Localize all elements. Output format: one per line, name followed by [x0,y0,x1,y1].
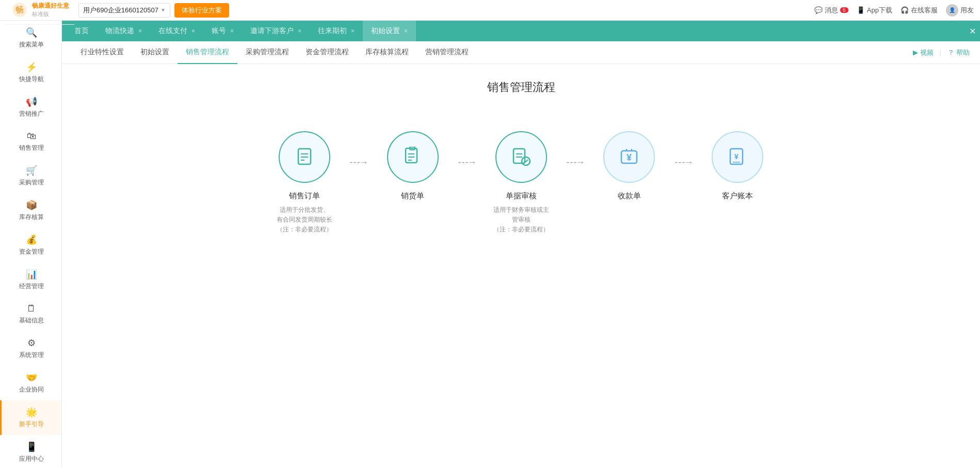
flow-item-销售订单[interactable]: 销售订单 适用于分批发货、有合同发货周期较长（注：非必要流程） [263,131,346,235]
sidebar-item-基础信息[interactable]: 🗒 基础信息 [0,297,61,331]
sidebar-icon-7: 📊 [26,269,37,280]
dropdown-arrow-icon: ▼ [160,7,166,13]
sub-tab-采购管理流程[interactable]: 采购管理流程 [237,41,297,64]
video-label: 视频 [920,48,934,57]
download-icon: 📱 [857,6,865,14]
app-download-label: App下载 [867,6,892,15]
sub-tabs: 行业特性设置初始设置销售管理流程采购管理流程资金管理流程库存核算流程营销管理流程… [62,41,980,64]
sidebar-icon-4: 🛒 [26,165,37,176]
sub-tab-资金管理流程[interactable]: 资金管理流程 [297,41,357,64]
flow-item-收款单[interactable]: ¥ 收款单 [588,131,670,205]
trial-button[interactable]: 体验行业方案 [174,3,229,18]
sidebar-label-2: 营销推广 [19,110,44,118]
sidebar-icon-6: 💰 [26,234,37,245]
sidebar-label-7: 经营管理 [19,282,44,291]
sidebar-item-搜索菜单[interactable]: 🔍 搜索菜单 [0,21,61,55]
sidebar-label-10: 企业协同 [19,385,44,394]
help-item[interactable]: ？ 帮助 [947,48,970,57]
video-icon: ▶ [913,49,918,56]
sidebar-icon-11: 🌟 [26,407,37,418]
nav-tab-label-3: 账号 [212,26,226,36]
flow-label-2: 单据审核 [506,191,537,201]
online-service-label: 在线客服 [911,6,938,15]
sub-tab-行业特性设置[interactable]: 行业特性设置 [72,41,132,64]
svg-text:¥: ¥ [626,152,632,163]
flow-arrow-3: - - -→ [563,157,588,168]
flow-item-客户账本[interactable]: ¥ 客户账本 [696,131,779,205]
sidebar-item-系统管理[interactable]: ⚙ 系统管理 [0,331,61,366]
sub-tab-库存核算流程[interactable]: 库存核算流程 [357,41,417,64]
sidebar-icon-10: 🤝 [26,372,37,383]
sidebar-label-12: 应用中心 [19,455,44,463]
layout: 🔍 搜索菜单 ⚡ 快捷导航 📢 营销推广 🛍 销售管理 🛒 采购管理 📦 库存核… [0,21,980,468]
sub-tab-初始设置[interactable]: 初始设置 [132,41,178,64]
sidebar-icon-5: 📦 [26,199,37,211]
help-label: 帮助 [956,48,970,57]
sidebar-item-营销推广[interactable]: 📢 营销推广 [0,90,61,124]
flow-label-0: 销售订单 [289,191,320,201]
sidebar-label-8: 基础信息 [19,316,44,325]
user-selector[interactable]: 用户690企业1660120507 ▼ [78,3,170,18]
sidebar-icon-1: ⚡ [26,61,37,73]
svg-rect-11 [513,149,525,163]
flow-desc-2: 适用于财务审核或主管审核（注：非必要流程） [493,205,549,235]
sidebar-icon-3: 🛍 [27,131,36,142]
sub-tab-销售管理流程[interactable]: 销售管理流程 [178,41,237,64]
user-label: 用户690企业1660120507 [83,6,158,15]
sidebar-item-新手引导[interactable]: 🌟 新手引导 [0,400,61,435]
sub-tab-营销管理流程[interactable]: 营销管理流程 [417,41,477,64]
flow-circle-4: ¥ [712,131,763,183]
message-icon: 💬 [814,6,823,14]
sidebar-item-应用中心[interactable]: 📱 应用中心 [0,435,61,468]
sidebar-label-6: 资金管理 [19,247,44,256]
sidebar-item-经营管理[interactable]: 📊 经营管理 [0,262,61,297]
sidebar-label-1: 快捷导航 [19,75,44,84]
sidebar-label-11: 新手引导 [19,420,44,429]
service-icon: 🎧 [901,6,909,14]
message-item[interactable]: 💬 消息 6 [814,6,848,15]
message-label: 消息 [825,6,838,15]
video-help-item[interactable]: ▶ 视频 [913,48,934,57]
flow-item-销货单[interactable]: 销货单 [372,131,454,205]
nav-tab-close-4[interactable]: × [298,27,301,35]
sidebar-icon-0: 🔍 [26,27,37,38]
top-bar-right: 💬 消息 6 📱 App下载 🎧 在线客服 👤 用友 [814,4,974,17]
sidebar-item-企业协同[interactable]: 🤝 企业协同 [0,366,61,400]
nav-tab-label-5: 往来期初 [318,26,347,36]
nav-tab-close-3[interactable]: × [230,27,234,35]
content-area: 销售管理流程 销售订单 适用于分批发货、有合同发货周期较长（注：非必要流程） -… [62,64,980,468]
user-avatar-item[interactable]: 👤 用友 [946,4,974,17]
sidebar-item-快捷导航[interactable]: ⚡ 快捷导航 [0,55,61,90]
online-service-item[interactable]: 🎧 在线客服 [901,6,938,15]
nav-tab-close-2[interactable]: × [191,27,195,35]
close-all-tabs-button[interactable]: ✕ [969,26,976,36]
svg-text:畅: 畅 [15,5,24,14]
nav-tab-邀请下游客户[interactable]: 邀请下游客户× [242,21,310,41]
page-title: 销售管理流程 [72,80,970,95]
flow-item-单据审核[interactable]: 单据审核 适用于财务审核或主管审核（注：非必要流程） [480,131,563,235]
sidebar-item-销售管理[interactable]: 🛍 销售管理 [0,124,61,159]
logo-area: 畅 畅康通好生意 标准版 [6,0,74,25]
nav-tab-close-5[interactable]: × [351,27,355,35]
nav-tab-label-1: 物流快递 [105,26,134,36]
flow-desc-0: 适用于分批发货、有合同发货周期较长（注：非必要流程） [277,205,332,235]
sidebar: 🔍 搜索菜单 ⚡ 快捷导航 📢 营销推广 🛍 销售管理 🛒 采购管理 📦 库存核… [0,21,62,468]
nav-tab-往来期初[interactable]: 往来期初× [310,21,363,41]
nav-tab-初始设置[interactable]: 初始设置× [363,21,416,41]
flow-label-1: 销货单 [401,191,424,201]
sidebar-icon-12: 📱 [26,441,37,453]
svg-line-16 [525,160,528,162]
top-bar: 畅 畅康通好生意 标准版 用户690企业1660120507 ▼ 体验行业方案 … [0,0,980,21]
sidebar-item-资金管理[interactable]: 💰 资金管理 [0,228,61,262]
sidebar-item-库存核算[interactable]: 📦 库存核算 [0,193,61,228]
flow-diagram: 销售订单 适用于分批发货、有合同发货周期较长（注：非必要流程） - - -→ 销… [72,121,970,245]
nav-tab-close-6[interactable]: × [404,27,408,35]
flow-circle-1 [387,131,439,183]
nav-tab-label-6: 初始设置 [371,26,400,36]
sidebar-item-采购管理[interactable]: 🛒 采购管理 [0,159,61,193]
nav-tab-close-1[interactable]: × [138,27,142,35]
flow-circle-0 [279,131,330,183]
top-bar-left: 畅 畅康通好生意 标准版 用户690企业1660120507 ▼ 体验行业方案 [6,0,229,25]
flow-arrow-4: - - -→ [670,157,696,168]
app-download-item[interactable]: 📱 App下载 [857,6,892,15]
